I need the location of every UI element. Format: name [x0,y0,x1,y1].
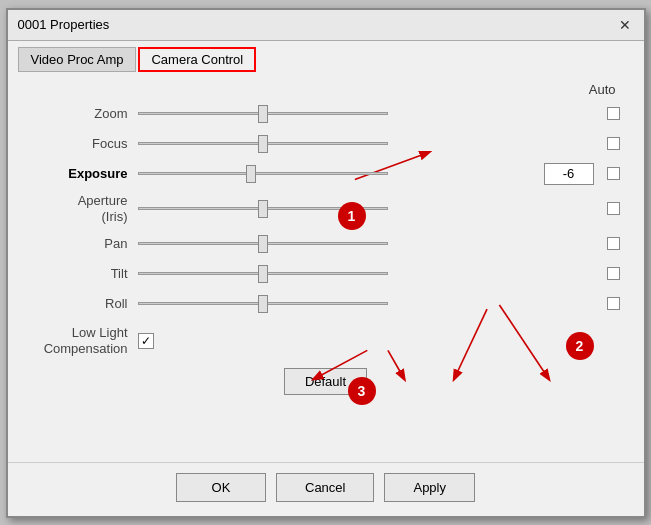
label-roll: Roll [28,296,138,311]
slider-tilt[interactable] [138,265,388,283]
slider-focus-container [138,135,538,153]
close-button[interactable]: ✕ [616,16,634,34]
slider-tilt-container [138,265,538,283]
row-aperture: Aperture(Iris) [28,191,624,227]
properties-dialog: 0001 Properties ✕ Video Proc Amp Camera … [6,8,646,518]
row-roll: Roll [28,291,624,317]
row-focus: Focus [28,131,624,157]
row-zoom: Zoom [28,101,624,127]
annotation-2: 2 [566,332,594,360]
row-low-light: Low LightCompensation ✓ [28,325,624,359]
checkbox-exposure[interactable] [607,167,620,180]
annotation-3: 3 [348,377,376,405]
slider-pan-container [138,235,538,253]
slider-roll-container [138,295,538,313]
auto-focus[interactable] [604,137,624,150]
label-tilt: Tilt [28,266,138,281]
slider-zoom[interactable] [138,105,388,123]
tab-content: Auto Zoom Focus [8,72,644,462]
label-exposure: Exposure [28,166,138,181]
row-pan: Pan [28,231,624,257]
auto-tilt[interactable] [604,267,624,280]
tab-camera-control[interactable]: Camera Control [138,47,256,72]
ok-button[interactable]: OK [176,473,266,502]
bottom-button-bar: OK Cancel Apply [8,462,644,516]
slider-zoom-container [138,105,538,123]
auto-aperture[interactable] [604,202,624,215]
checkbox-aperture[interactable] [607,202,620,215]
checkbox-tilt[interactable] [607,267,620,280]
annotation-1: 1 [338,202,366,230]
cancel-button[interactable]: Cancel [276,473,374,502]
label-aperture: Aperture(Iris) [28,193,138,224]
dialog-title: 0001 Properties [18,17,110,32]
checkbox-zoom[interactable] [607,107,620,120]
auto-header: Auto [28,82,624,97]
value-exposure: -6 [544,163,594,185]
label-focus: Focus [28,136,138,151]
slider-focus[interactable] [138,135,388,153]
label-pan: Pan [28,236,138,251]
slider-exposure-container [138,165,538,183]
checkbox-pan[interactable] [607,237,620,250]
tab-video-proc-amp[interactable]: Video Proc Amp [18,47,137,72]
row-tilt: Tilt [28,261,624,287]
checkbox-focus[interactable] [607,137,620,150]
label-zoom: Zoom [28,106,138,121]
title-bar: 0001 Properties ✕ [8,10,644,41]
apply-button[interactable]: Apply [384,473,475,502]
checkbox-low-light[interactable]: ✓ [138,333,154,349]
slider-pan[interactable] [138,235,388,253]
auto-zoom[interactable] [604,107,624,120]
slider-roll[interactable] [138,295,388,313]
row-exposure: Exposure -6 [28,161,624,187]
label-low-light: Low LightCompensation [28,325,138,359]
auto-pan[interactable] [604,237,624,250]
slider-exposure[interactable] [138,165,388,183]
tab-bar: Video Proc Amp Camera Control [8,41,644,72]
inner-content: Auto Zoom Focus [28,82,624,396]
checkbox-roll[interactable] [607,297,620,310]
auto-exposure[interactable] [604,167,624,180]
auto-roll[interactable] [604,297,624,310]
